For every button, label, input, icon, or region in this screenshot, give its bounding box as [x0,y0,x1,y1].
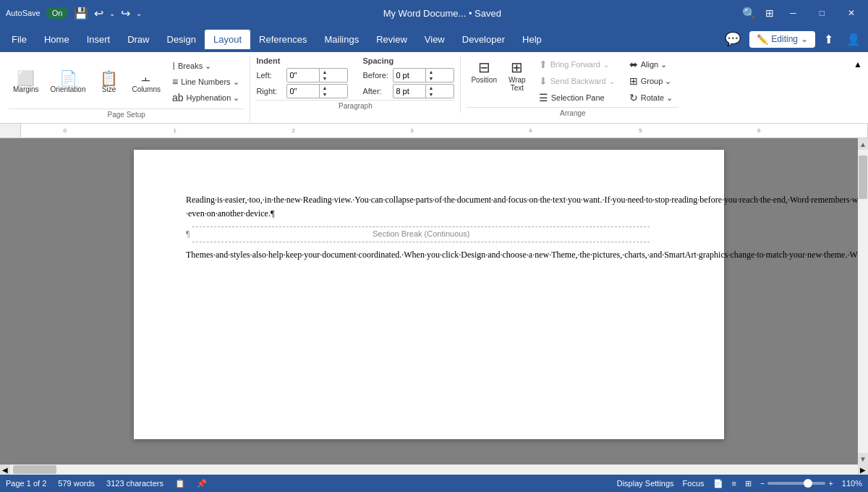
zoom-track[interactable] [767,482,825,485]
columns-button[interactable]: ⫠ Columns [128,69,165,96]
menu-home[interactable]: Home [35,30,78,49]
spacing-before-field[interactable] [393,70,425,80]
scroll-down-button[interactable]: ▼ [858,453,868,465]
ruler-inner: 0 1 2 3 4 5 6 [20,124,868,137]
arrange-small-btns: ⬆ Bring Forward ⌄ ⬇ Send Backward ⌄ ☰ Se… [533,56,621,106]
h-scroll-track[interactable] [10,465,858,475]
indent-right-down[interactable]: ▼ [320,91,347,98]
menu-mailings[interactable]: Mailings [316,30,368,49]
zoom-minus[interactable]: − [760,479,765,488]
editing-mode-button[interactable]: ✏️ Editing ⌄ [749,31,815,48]
menu-developer[interactable]: Developer [454,30,514,49]
search-icon[interactable]: 🔍 [742,7,757,20]
spacing-before-input[interactable]: ▲ ▼ [393,68,454,82]
indent-right-input[interactable]: ▲ ▼ [286,84,348,98]
indent-left-input[interactable]: ▲ ▼ [286,68,348,82]
undo-button[interactable]: ↩ [94,7,103,20]
view-mode-2[interactable]: ≡ [732,479,736,488]
selection-pane-button[interactable]: ☰ Selection Pane [533,90,621,106]
menu-file[interactable]: File [3,30,35,49]
bring-forward-icon: ⬆ [539,59,548,70]
menu-draw[interactable]: Draw [119,30,158,49]
bring-forward-button[interactable]: ⬆ Bring Forward ⌄ [533,56,621,72]
orientation-button[interactable]: 📄 Orientation [46,69,90,96]
spacing-label: Spacing [362,56,454,65]
ruler-mark-3: 3 [410,127,413,134]
indent-left-up[interactable]: ▲ [320,69,347,75]
minimize-button[interactable]: ─ [783,5,804,21]
line-numbers-icon: ≡ [172,76,178,88]
wrap-text-button[interactable]: ⊞ Wrap Text [504,56,530,94]
rotate-label: Rotate ⌄ [641,93,673,103]
close-button[interactable]: ✕ [841,5,862,21]
document-page[interactable]: Reading·is·easier,·too,·in·the·new·Readi… [134,150,724,439]
vertical-scrollbar[interactable]: ▲ ▼ [858,138,868,465]
h-scroll-thumb[interactable] [13,465,56,474]
editing-pencil-icon: ✏️ [757,34,768,45]
menu-help[interactable]: Help [514,30,550,49]
restore-button[interactable]: □ [812,5,832,21]
spacing-after-input[interactable]: ▲ ▼ [393,84,454,98]
view-mode-3[interactable]: ⊞ [745,479,752,488]
align-button[interactable]: ⬌ Align ⌄ [624,56,678,72]
ribbon-collapse-btn[interactable]: ▲ [851,56,865,72]
track-changes-icon[interactable]: 📌 [197,479,207,488]
hyphenation-button[interactable]: ab Hyphenation ⌄ [168,90,244,105]
line-numbers-button[interactable]: ≡ Line Numbers ⌄ [168,75,244,89]
undo-dropdown[interactable]: ⌄ [109,9,115,17]
margins-button[interactable]: ⬜ Margins [9,69,43,96]
ribbon-collapse-icon[interactable]: ⊞ [765,7,774,19]
size-button[interactable]: 📋 Size [93,69,125,96]
save-icon[interactable]: 💾 [74,7,88,20]
indent-left-down[interactable]: ▼ [320,75,347,82]
scroll-up-button[interactable]: ▲ [858,138,868,150]
proofing-icon[interactable]: 📋 [175,479,185,488]
selection-pane-icon: ☰ [539,92,548,103]
document-scroll[interactable]: Reading·is·easier,·too,·in·the·new·Readi… [0,138,858,465]
autosave-toggle[interactable]: On [46,7,69,19]
send-backward-icon: ⬇ [539,75,548,87]
menu-insert[interactable]: Insert [78,30,119,49]
breaks-button[interactable]: ⁞ Breaks ⌄ [168,59,244,73]
scroll-thumb[interactable] [859,156,867,199]
spacing-before-up[interactable]: ▲ [426,69,454,75]
spacing-before-arrows: ▲ ▼ [425,69,454,82]
spacing-after-up[interactable]: ▲ [426,85,454,91]
align-label: Align ⌄ [641,60,668,69]
focus-button[interactable]: Focus [683,479,705,488]
position-button[interactable]: ⊟ Position [467,56,501,86]
rotate-button[interactable]: ↻ Rotate ⌄ [624,90,678,106]
spacing-after-down[interactable]: ▼ [426,91,454,98]
view-mode-1[interactable]: 📄 [713,479,723,488]
display-settings-button[interactable]: Display Settings [617,479,674,488]
zoom-thumb[interactable] [804,479,812,488]
share-icon[interactable]: ⬆ [820,30,838,49]
send-backward-button[interactable]: ⬇ Send Backward ⌄ [533,73,621,89]
zoom-plus[interactable]: + [828,479,833,488]
spacing-after-field[interactable] [393,86,425,96]
indent-right-field[interactable] [287,86,319,96]
comment-button[interactable]: 💬 [720,28,745,50]
scroll-track[interactable] [858,150,868,453]
page-info: Page 1 of 2 [6,479,46,488]
ribbon: ⬜ Margins 📄 Orientation 📋 Size ⫠ Columns [0,52,868,124]
menu-view[interactable]: View [416,30,454,49]
profile-icon[interactable]: 👤 [842,30,865,49]
menu-review[interactable]: Review [367,30,416,49]
zoom-percent[interactable]: 110% [842,479,862,488]
group-button[interactable]: ⊞ Group ⌄ [624,73,678,89]
menu-bar: File Home Insert Draw Design Layout Refe… [0,26,868,52]
indent-left-field[interactable] [287,70,319,80]
orientation-icon: 📄 [59,71,77,85]
scroll-right-button[interactable]: ▶ [858,465,868,475]
customize-qat[interactable]: ⌄ [136,9,142,17]
document-area: Reading·is·easier,·too,·in·the·new·Readi… [0,138,868,465]
spacing-before-down[interactable]: ▼ [426,75,454,82]
scroll-left-button[interactable]: ◀ [0,465,10,475]
menu-layout[interactable]: Layout [205,30,250,49]
redo-button[interactable]: ↪ [121,7,130,20]
ribbon-group-arrange: ⊟ Position ⊞ Wrap Text ⬆ Bring Forward ⌄ [461,56,684,120]
indent-right-up[interactable]: ▲ [320,85,347,91]
menu-references[interactable]: References [250,30,315,49]
menu-design[interactable]: Design [158,30,205,49]
